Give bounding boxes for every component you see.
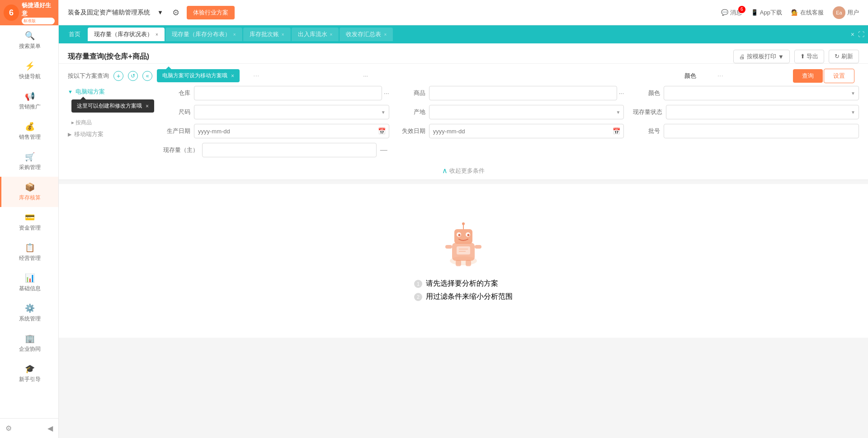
sidebar-item-system[interactable]: ⚙️ 系统管理 [0, 298, 58, 328]
expire-date-start-icon[interactable]: 📅 [613, 127, 620, 135]
warehouse-dots[interactable]: ··· [384, 89, 389, 97]
sidebar-item-operation[interactable]: 📋 经营管理 [0, 237, 58, 268]
sidebar-item-quick-nav[interactable]: ⚡ 快捷导航 [0, 56, 58, 86]
filter-container: 按以下方案查询 + ↺ « 电脑方案可设为移动方案哦 × ··· ··· [59, 64, 868, 180]
tab-inout-flow[interactable]: 出入库流水 × [292, 28, 339, 41]
quicknav-icon: ⚡ [25, 61, 35, 71]
svg-rect-13 [457, 246, 470, 254]
tooltip2-wrap: 这里可以创建和修改方案哦 × [71, 99, 154, 113]
tab-inventory-dist[interactable]: 现存量（库存分布表） × [165, 28, 242, 41]
expire-date-start[interactable] [429, 124, 624, 138]
filter-row3: 生产日期 📅 失效日期 [163, 124, 859, 138]
stock-status-select[interactable] [666, 105, 859, 119]
batch-no-input[interactable] [664, 124, 859, 138]
scheme-mobile[interactable]: ▶ 移动端方案 [68, 128, 154, 140]
color-label: 颜色 [684, 72, 696, 80]
tab-inventory-dist-label: 现存量（库存分布表） [172, 30, 231, 38]
message-icon: 💬 [721, 9, 728, 16]
system-dropdown[interactable]: ▼ [157, 9, 163, 16]
tab-close-inout-flow[interactable]: × [330, 32, 333, 37]
warehouse-input[interactable] [194, 86, 382, 100]
tooltip1-close[interactable]: × [231, 73, 234, 79]
close-all-tabs-icon[interactable]: × [851, 31, 854, 38]
tab-recv-summary[interactable]: 收发存汇总表 × [340, 28, 393, 41]
online-support-button[interactable]: 💁 在线客服 [791, 9, 824, 17]
user-menu[interactable]: Ea 用户 [833, 6, 859, 19]
collapse-button[interactable]: ∧ 收起更多条件 [59, 162, 868, 180]
size-select-wrap [194, 105, 389, 119]
produce-date-start-icon[interactable]: 📅 [378, 127, 386, 135]
stock-qty-field: 现存量（主） — [163, 143, 389, 157]
set-button[interactable]: 设置 [824, 69, 854, 83]
tab-home-label: 首页 [69, 30, 80, 38]
expire-date-start-wrap: 📅 [429, 124, 624, 138]
empty-state: 1 请先选择要分析的方案 2 用过滤条件来缩小分析范围 [59, 184, 868, 338]
topbar-settings-icon[interactable]: ⚙ [172, 8, 179, 18]
size-select[interactable] [194, 105, 389, 119]
tab-batch-account[interactable]: 库存批次账 × [243, 28, 291, 41]
filter-refresh-button[interactable]: ↺ [128, 71, 138, 81]
goods-input[interactable] [429, 86, 617, 100]
tabbar: 首页 现存量（库存状况表） × 现存量（库存分布表） × 库存批次账 × 出入库… [59, 25, 868, 43]
step1-num: 1 [414, 280, 422, 288]
sidebar-item-purchase[interactable]: 🛒 采购管理 [0, 146, 58, 177]
avatar: Ea [833, 6, 845, 19]
warehouse-field: 仓库 ··· [163, 86, 389, 100]
produce-date-start[interactable] [194, 124, 389, 138]
scheme-desktop[interactable]: ▼ 电脑端方案 [68, 86, 154, 98]
tab-close-batch-account[interactable]: × [282, 32, 284, 37]
sidebar-item-sales[interactable]: 💰 销售管理 [0, 116, 58, 146]
sidebar-item-guide[interactable]: 🎓 新手引导 [0, 358, 58, 389]
tab-close-recv-summary[interactable]: × [384, 32, 387, 37]
origin-label: 产地 [398, 108, 425, 116]
tab-close-inventory-dist[interactable]: × [233, 32, 236, 37]
template-print-button[interactable]: 🖨 按模板打印 ▼ [733, 50, 790, 63]
sidebar-item-search[interactable]: 🔍 搜索菜单 [0, 25, 58, 56]
batch-no-label: 批号 [633, 127, 660, 135]
goods-filter-dots: ··· [363, 72, 368, 79]
sidebar-item-marketing[interactable]: 📢 营销推广 [0, 86, 58, 116]
system-icon: ⚙️ [25, 303, 35, 313]
filter-row1: 仓库 ··· 商品 [163, 86, 859, 100]
produce-date-start-wrap: 📅 [194, 124, 389, 138]
refresh-icon: ↻ [835, 53, 840, 60]
export-button[interactable]: ⬆ 导出 [794, 50, 825, 63]
stock-status-label: 现存量状态 [633, 108, 662, 116]
app-download-button[interactable]: 📱 App下载 [751, 9, 782, 17]
maximize-icon[interactable]: ⛶ [858, 31, 864, 38]
collapse-sidebar-icon[interactable]: ◀ [47, 424, 53, 433]
scheme-sub-item[interactable]: ▸ 按商品 [71, 117, 154, 128]
finance-icon: 💳 [25, 212, 35, 222]
expire-date-range: 📅 [429, 124, 624, 138]
export-icon: ⬆ [800, 53, 805, 60]
tooltip-create-scheme: 这里可以创建和修改方案哦 × [71, 99, 154, 113]
message-badge: 6 [738, 6, 745, 13]
sidebar-item-basic-info[interactable]: 📊 基础信息 [0, 268, 58, 298]
svg-rect-9 [445, 245, 452, 249]
tab-close-inventory-status[interactable]: × [156, 32, 158, 37]
origin-select[interactable] [429, 105, 624, 119]
sidebar-logo: 6 畅捷通好生意 标准版 [0, 0, 58, 25]
tab-inventory-status[interactable]: 现存量（库存状况表） × [88, 28, 165, 41]
tab-home[interactable]: 首页 [62, 28, 87, 41]
goods-dots[interactable]: ··· [619, 89, 624, 97]
message-button[interactable]: 💬 消息 6 [721, 9, 742, 17]
color-label2: 颜色 [633, 89, 660, 97]
tooltip2-close[interactable]: × [146, 103, 149, 109]
sub-label: ▸ 按商品 [71, 119, 92, 127]
sidebar: 6 畅捷通好生意 标准版 🔍 搜索菜单 ⚡ 快捷导航 📢 营销推广 💰 销售管理… [0, 0, 59, 438]
trial-button[interactable]: 体验行业方案 [187, 6, 235, 19]
sidebar-item-enterprise[interactable]: 🏢 企业协同 [0, 328, 58, 358]
sidebar-item-inventory[interactable]: 📦 库存核算 [0, 177, 58, 207]
settings-icon[interactable]: ⚙ [5, 424, 12, 433]
tooltip1-wrap: 电脑方案可设为移动方案哦 × [157, 69, 240, 82]
filter-back-button[interactable]: « [142, 71, 152, 81]
stock-qty-min[interactable] [202, 143, 377, 157]
sidebar-item-finance[interactable]: 💳 资金管理 [0, 207, 58, 237]
query-button[interactable]: 查询 [793, 69, 823, 83]
color-select[interactable] [664, 86, 859, 100]
batch-no-field: 批号 [633, 124, 859, 138]
expire-date-label: 失效日期 [398, 127, 425, 135]
filter-add-button[interactable]: + [113, 71, 123, 81]
refresh-button[interactable]: ↻ 刷新 [829, 50, 859, 63]
